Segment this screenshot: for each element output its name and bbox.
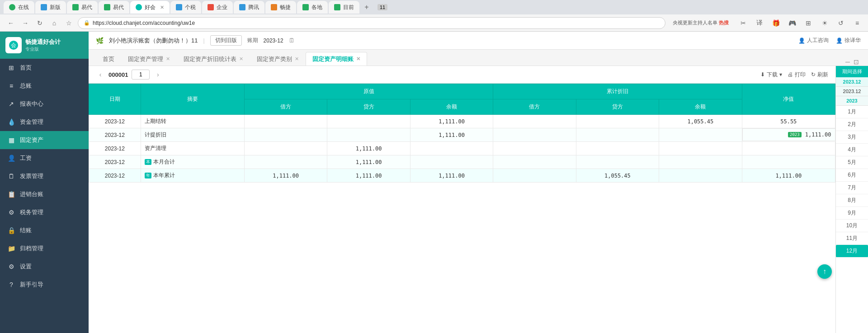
period-month-3[interactable]: 3月 xyxy=(836,131,868,144)
download-button[interactable]: ⬇ 下载 ▾ xyxy=(760,71,782,79)
maximize-icon[interactable]: ⊡ xyxy=(854,58,859,66)
sidebar-item-salary[interactable]: 👤 工资 xyxy=(0,149,89,167)
sidebar-item-settings[interactable]: ⚙ 设置 xyxy=(0,258,89,276)
sidebar-item-sales[interactable]: 📋 进销台账 xyxy=(0,185,89,203)
favicon-muqian xyxy=(334,4,340,10)
separator1: | xyxy=(203,38,204,44)
browser-tab-zaix[interactable]: 在线 xyxy=(4,1,34,14)
sidebar-item-tax[interactable]: ⚙ 税务管理 xyxy=(0,203,89,221)
browser-tab-changjie[interactable]: 畅捷 xyxy=(265,1,296,14)
sidebar-item-close[interactable]: 🔒 结账 xyxy=(0,221,89,239)
tab-depreciation-stats[interactable]: 固定资产折旧统计表 ✕ xyxy=(177,52,250,66)
sidebar-item-capital[interactable]: 💧 资金管理 xyxy=(0,113,89,131)
cell-date-4: 2023-12 xyxy=(89,169,141,183)
scissors-icon[interactable]: ✂ xyxy=(738,18,749,28)
switch-version-button[interactable]: 切到旧版 xyxy=(210,35,242,46)
tab-home[interactable]: 首页 xyxy=(96,52,121,66)
top-bar-right: 👤 人工咨询 👤 徐译华 xyxy=(798,37,861,44)
print-icon: 🖨 xyxy=(788,71,793,78)
browser-tab-haohui[interactable]: 好会 ✕ xyxy=(130,1,170,14)
sidebar-item-guide[interactable]: ? 新手引导 xyxy=(0,276,89,294)
cell-summary-4: 年 本年累计 xyxy=(141,169,244,183)
sidebar-item-archive[interactable]: 📁 归档管理 xyxy=(0,239,89,258)
period-selected-year1[interactable]: 2023.12 xyxy=(836,77,868,87)
tab-close-assets-detail[interactable]: ✕ xyxy=(356,56,360,62)
nav-back[interactable]: ← xyxy=(5,18,16,28)
tab-close-fixed-assets-mgmt[interactable]: ✕ xyxy=(166,56,170,62)
archive-icon: 📁 xyxy=(7,244,15,253)
nav-forward[interactable]: → xyxy=(20,18,31,28)
sales-icon: 📋 xyxy=(7,190,15,198)
period-month-10[interactable]: 10月 xyxy=(836,220,868,232)
sidebar-item-report[interactable]: ↗ 报表中心 xyxy=(0,95,89,113)
cell-acc-debit-4 xyxy=(493,169,576,183)
sidebar-item-general-ledger[interactable]: ≡ 总账 xyxy=(0,77,89,95)
refresh-button[interactable]: ↻ 刷新 xyxy=(811,71,828,79)
tab-assets-detail[interactable]: 固定资产明细账 ✕ xyxy=(306,52,367,66)
period-selected-year2[interactable]: 2023.12 xyxy=(836,87,868,96)
prev-account-button[interactable]: ‹ xyxy=(96,70,105,79)
nav-bookmark[interactable]: ☆ xyxy=(63,18,74,28)
tab-assets-category[interactable]: 固定资产类别 ✕ xyxy=(250,52,306,66)
browser-tab-tengxun[interactable]: 腾讯 xyxy=(234,1,264,14)
cell-summary-0: 上期结转 xyxy=(141,115,244,128)
brightness-icon[interactable]: ☀ xyxy=(819,18,830,28)
browser-tab-yidai2[interactable]: 易代 xyxy=(99,1,129,14)
user-button[interactable]: 👤 徐译华 xyxy=(836,37,861,44)
search-action[interactable]: 央视更新主持人名单 热搜 xyxy=(673,19,729,26)
table-row: 2023-12 资产清理 1,111.00 xyxy=(89,142,835,155)
nav-refresh[interactable]: ↻ xyxy=(34,18,45,28)
calendar-icon[interactable]: 🗓 xyxy=(289,37,295,44)
print-button[interactable]: 🖨 打印 xyxy=(788,71,806,79)
account-number-input[interactable] xyxy=(132,70,150,80)
ledger-toolbar: ‹ 000001 › ⬇ 下载 ▾ 🖨 打印 xyxy=(89,66,835,84)
year-badge: 2023 xyxy=(788,132,802,137)
browser-tab-yidai1[interactable]: 易代 xyxy=(67,1,98,14)
history-icon[interactable]: ↺ xyxy=(835,18,846,28)
help-button[interactable]: 👤 人工咨询 xyxy=(798,37,829,44)
wallet-icon[interactable]: 🎁 xyxy=(770,18,781,28)
period-month-7[interactable]: 7月 xyxy=(836,182,868,194)
tab-close-haohui[interactable]: ✕ xyxy=(160,5,164,10)
minimize-icon[interactable]: ─ xyxy=(845,58,850,66)
browser-tab-xin[interactable]: 新版 xyxy=(35,1,66,14)
period-month-4[interactable]: 4月 xyxy=(836,144,868,156)
sidebar: 会 畅捷通好会计 专业版 ⊞ 首页 ≡ 总账 ↗ 报表中心 💧 资金管理 xyxy=(0,32,89,333)
period-month-8[interactable]: 8月 xyxy=(836,194,868,207)
menu-icon[interactable]: ≡ xyxy=(852,18,863,28)
th-acc-balance: 余额 xyxy=(659,99,742,115)
settings-icon: ⚙ xyxy=(7,263,15,271)
period-month-6[interactable]: 6月 xyxy=(836,169,868,182)
address-bar: ← → ↻ ⌂ ☆ 🔒 https://cloud.chanjet.com/ac… xyxy=(0,14,868,32)
browser-tab-qiye[interactable]: 企业 xyxy=(202,1,233,14)
sidebar-item-invoice[interactable]: 🗒 发票管理 xyxy=(0,167,89,185)
browser-tab-gedi[interactable]: 各地 xyxy=(297,1,328,14)
tab-close-depreciation-stats[interactable]: ✕ xyxy=(239,56,243,62)
sidebar-item-fixed-assets[interactable]: ▦ 固定资产 xyxy=(0,131,89,149)
browser-tab-muqian[interactable]: 目前 xyxy=(329,1,359,14)
th-acc-debit: 借方 xyxy=(493,99,576,115)
period-month-12[interactable]: 12月 xyxy=(836,245,868,258)
tab-fixed-assets-mgmt[interactable]: 固定资产管理 ✕ xyxy=(121,52,177,66)
invoice-icon: 🗒 xyxy=(7,172,15,180)
tab-add-button[interactable]: + xyxy=(360,1,373,14)
app-title: 畅捷通好会计 xyxy=(25,38,61,46)
tab-close-assets-category[interactable]: ✕ xyxy=(295,56,299,62)
period-month-5[interactable]: 5月 xyxy=(836,156,868,169)
sidebar-item-home[interactable]: ⊞ 首页 xyxy=(0,59,89,77)
grid-icon[interactable]: ⊞ xyxy=(803,18,814,28)
page-tabs: 首页 固定资产管理 ✕ 固定资产折旧统计表 ✕ 固定资产类别 ✕ 固定资产明细账… xyxy=(89,50,868,66)
period-month-9[interactable]: 9月 xyxy=(836,207,868,220)
favicon-xin xyxy=(41,4,47,10)
period-month-11[interactable]: 11月 xyxy=(836,232,868,245)
period-month-2[interactable]: 2月 xyxy=(836,118,868,131)
scroll-up-button[interactable]: ↑ xyxy=(817,264,832,279)
address-input[interactable]: 🔒 https://cloud.chanjet.com/accounting/u… xyxy=(78,17,665,29)
browser-chrome: 在线 新版 易代 易代 好会 ✕ 个税 企业 腾讯 xyxy=(0,0,868,32)
nav-home[interactable]: ⌂ xyxy=(49,18,60,28)
translate-icon[interactable]: 译 xyxy=(754,18,765,28)
browser-tab-geshui[interactable]: 个税 xyxy=(170,1,201,14)
next-account-button[interactable]: › xyxy=(153,70,162,79)
period-month-1[interactable]: 1月 xyxy=(836,106,868,118)
game-icon[interactable]: 🎮 xyxy=(787,18,797,28)
